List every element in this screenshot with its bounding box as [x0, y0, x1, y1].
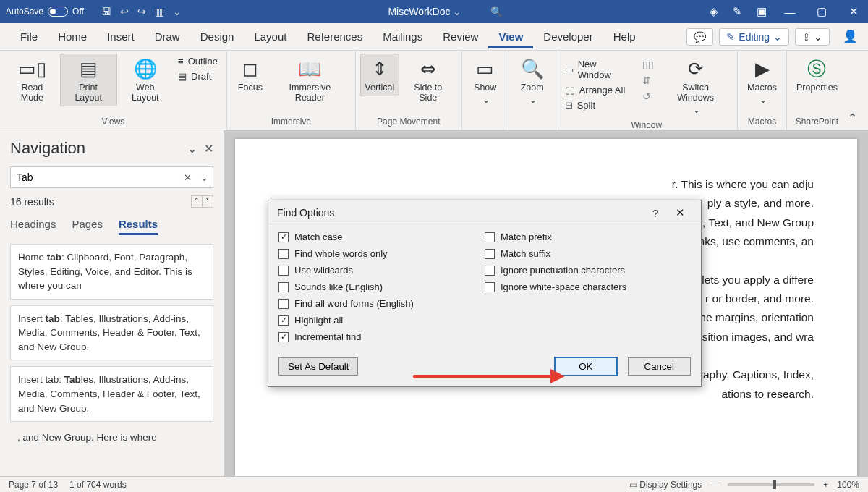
document-title[interactable]: MiscWorkDoc	[388, 6, 461, 17]
print-layout-button[interactable]: ▤Print Layout	[60, 54, 117, 106]
qat-more-icon[interactable]: ▥	[155, 6, 164, 17]
nav-tab-pages[interactable]: Pages	[72, 218, 103, 235]
checkbox-icon[interactable]: ✓	[278, 232, 289, 242]
tab-layout[interactable]: Layout	[244, 25, 297, 48]
checkbox-match-prefix[interactable]: Match prefix	[485, 229, 691, 245]
nav-close-icon[interactable]: ✕	[204, 142, 213, 156]
tab-draw[interactable]: Draw	[145, 25, 190, 48]
app-icon[interactable]: ▣	[757, 5, 767, 18]
checkbox-ignore-punctuation-characters[interactable]: Ignore punctuation characters	[485, 262, 691, 279]
side-to-side-button[interactable]: ⇔Side to Side	[399, 54, 457, 106]
checkbox-icon[interactable]	[278, 249, 289, 259]
properties-button[interactable]: ⓈProperties	[791, 54, 843, 96]
prev-result-icon[interactable]: ˄	[192, 196, 202, 207]
pencil-icon[interactable]: ✎	[733, 5, 742, 18]
tab-home[interactable]: Home	[48, 25, 97, 48]
search-icon[interactable]: 🔍	[490, 6, 503, 17]
nav-search-input[interactable]	[11, 171, 179, 183]
tab-developer[interactable]: Developer	[533, 25, 603, 48]
tab-design[interactable]: Design	[190, 25, 244, 48]
checkbox-icon[interactable]	[485, 232, 495, 242]
checkbox-ignore-white-space-characters[interactable]: Ignore white-space characters	[485, 279, 691, 295]
result-item[interactable]: , and New Group. Here is where	[10, 428, 213, 448]
checkbox-icon[interactable]	[278, 282, 289, 292]
dialog-help-icon[interactable]: ?	[643, 207, 668, 219]
side-by-side-icon[interactable]: ▯▯	[642, 56, 654, 72]
checkbox-icon[interactable]	[485, 266, 495, 276]
immersive-reader-button[interactable]: 📖Immersive Reader	[269, 54, 351, 106]
nav-tab-results[interactable]: Results	[119, 218, 158, 235]
new-window-button[interactable]: ▭New Window	[561, 56, 635, 82]
tab-insert[interactable]: Insert	[97, 25, 145, 48]
cancel-button[interactable]: Cancel	[628, 357, 692, 376]
close-button[interactable]: ✕	[845, 5, 862, 18]
set-default-button[interactable]: Set As Default	[278, 357, 358, 376]
account-icon[interactable]: 👤	[843, 29, 858, 44]
checkbox-icon[interactable]: ✓	[278, 315, 289, 326]
diamond-icon[interactable]: ◈	[710, 5, 718, 18]
arrange-all-button[interactable]: ▯▯Arrange All	[561, 82, 635, 98]
comments-button[interactable]: 💬	[686, 28, 713, 46]
nav-search-box[interactable]: ✕ ⌄	[10, 166, 213, 188]
checkbox-incremental-find[interactable]: ✓Incremental find	[278, 328, 485, 345]
checkbox-icon[interactable]: ✓	[278, 332, 289, 342]
tab-review[interactable]: Review	[433, 25, 488, 48]
word-count[interactable]: 1 of 704 words	[69, 480, 127, 490]
page-indicator[interactable]: Page 7 of 13	[9, 480, 58, 490]
next-result-icon[interactable]: ˅	[202, 196, 213, 207]
web-layout-button[interactable]: 🌐Web Layout	[117, 54, 174, 106]
tab-view[interactable]: View	[488, 25, 533, 48]
checkbox-icon[interactable]	[278, 299, 289, 309]
zoom-in-button[interactable]: +	[823, 480, 828, 490]
zoom-slider[interactable]	[728, 483, 814, 486]
vertical-button[interactable]: ⇕Vertical	[360, 54, 399, 96]
result-item[interactable]: Home tab: Clipboard, Font, Paragraph, St…	[10, 244, 213, 300]
checkbox-icon[interactable]	[485, 249, 495, 259]
result-item[interactable]: Insert tab: Tables, Illustrations, Add-i…	[10, 366, 213, 422]
zoom-out-button[interactable]: —	[710, 480, 719, 490]
checkbox-icon[interactable]	[485, 282, 495, 292]
checkbox-find-all-word-forms-english-[interactable]: Find all word forms (English)	[278, 295, 485, 312]
checkbox-highlight-all[interactable]: ✓Highlight all	[278, 312, 485, 328]
macros-button[interactable]: ▶Macros	[742, 54, 782, 109]
checkbox-match-suffix[interactable]: Match suffix	[485, 245, 691, 262]
clear-search-icon[interactable]: ✕	[179, 172, 196, 183]
read-mode-button[interactable]: ▭▯Read Mode	[4, 54, 60, 106]
autosave-toggle[interactable]: AutoSave Off	[6, 7, 84, 17]
tab-help[interactable]: Help	[603, 25, 646, 48]
toggle-off-icon[interactable]	[48, 7, 68, 17]
split-button[interactable]: ⊟Split	[561, 98, 635, 113]
save-icon[interactable]: 🖫	[101, 6, 111, 17]
maximize-button[interactable]: ▢	[813, 5, 830, 18]
switch-windows-button[interactable]: ⟳Switch Windows	[658, 54, 733, 119]
focus-button[interactable]: ◻Focus	[231, 54, 269, 96]
zoom-button[interactable]: 🔍Zoom	[514, 54, 551, 109]
minimize-button[interactable]: —	[781, 6, 799, 18]
checkbox-sounds-like-english-[interactable]: Sounds like (English)	[278, 279, 485, 295]
tab-file[interactable]: File	[10, 25, 48, 48]
nav-tab-headings[interactable]: Headings	[10, 218, 56, 235]
nav-collapse-icon[interactable]: ⌄	[187, 142, 197, 156]
tab-references[interactable]: References	[297, 25, 373, 48]
checkbox-find-whole-words-only[interactable]: Find whole words only	[278, 245, 485, 262]
result-nav-arrows[interactable]: ˄˅	[191, 195, 213, 208]
checkbox-match-case[interactable]: ✓Match case	[278, 229, 485, 245]
reset-pos-icon[interactable]: ↺	[642, 88, 654, 104]
outline-button[interactable]: ≡Outline	[174, 54, 222, 69]
checkbox-use-wildcards[interactable]: Use wildcards	[278, 262, 485, 279]
zoom-level[interactable]: 100%	[837, 480, 859, 490]
sync-scroll-icon[interactable]: ⇵	[642, 72, 654, 88]
draft-button[interactable]: ▤Draft	[174, 69, 222, 84]
result-item[interactable]: Insert tab: Tables, Illustrations, Add-i…	[10, 305, 213, 361]
undo-icon[interactable]: ↩	[120, 6, 129, 17]
search-dropdown-icon[interactable]: ⌄	[196, 172, 213, 183]
tab-mailings[interactable]: Mailings	[373, 25, 433, 48]
editing-mode-button[interactable]: ✎ Editing ⌄	[719, 28, 789, 46]
dialog-close-icon[interactable]: ✕	[668, 206, 692, 219]
collapse-ribbon-button[interactable]: ⌃	[847, 111, 868, 130]
display-settings-button[interactable]: ▭ Display Settings	[629, 480, 702, 490]
show-button[interactable]: ▭Show	[467, 54, 504, 109]
checkbox-icon[interactable]	[278, 266, 289, 276]
qat-dropdown-icon[interactable]: ⌄	[173, 6, 182, 17]
share-button[interactable]: ⇪ ⌄	[795, 28, 830, 46]
